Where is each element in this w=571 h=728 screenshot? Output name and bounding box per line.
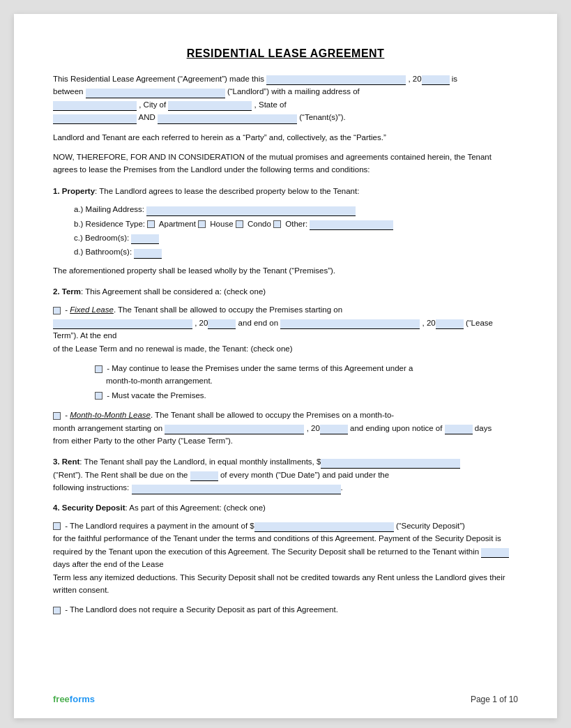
page-number: Page 1 of 10 [471,695,518,704]
document-title: RESIDENTIAL LEASE AGREEMENT [53,47,518,60]
security-deposit-checkbox[interactable] [53,522,61,530]
brand-forms: forms [70,694,95,704]
section1-a: a.) Mailing Address: [74,203,518,215]
section1-c: c.) Bedroom(s): [74,232,518,244]
intro-paragraph: This Residential Lease Agreement (“Agree… [53,73,518,124]
fixed-end-field[interactable] [280,319,420,329]
document-page: RESIDENTIAL LEASE AGREEMENT This Residen… [14,14,557,718]
tenant-name-field[interactable] [158,114,297,124]
intro-line1-mid: , 20 [408,75,421,83]
fixed-end-year[interactable] [436,319,464,329]
apartment-checkbox[interactable] [147,220,155,228]
section1: 1. Property: The Landlord agrees to leas… [53,185,518,197]
section1-footer: The aforementioned property shall be lea… [53,264,518,277]
section4-option1: - The Landlord requires a payment in the… [53,520,518,596]
section1-b: b.) Residence Type: Apartment House Cond… [74,218,518,230]
parties-paragraph: Landlord and Tenant are each referred to… [53,131,518,144]
intro-line3-post: , State of [254,100,287,109]
year-field[interactable] [422,75,450,85]
month-lease-checkbox[interactable] [53,412,61,420]
fixed-lease-checkbox[interactable] [53,307,61,314]
intro-line1-pre: This Residential Lease Agreement (“Agree… [53,75,264,83]
other-type-field[interactable] [310,220,393,230]
due-date-field[interactable] [190,471,218,481]
month-start-field[interactable] [165,425,304,434]
consideration-paragraph: NOW, THEREFORE, FOR AND IN CONSIDERATION… [53,151,518,176]
intro-line4-and: AND [139,113,155,121]
date-field[interactable] [266,75,406,85]
intro-line1-post: is [452,75,457,83]
fixed-lease-option: - Fixed Lease. The Tenant shall be allow… [53,303,518,355]
month-start-year[interactable] [320,425,348,434]
section4-heading: 4. Security Deposit: As part of this Agr… [53,501,518,514]
notice-days-field[interactable] [445,425,473,434]
intro-line2-pre: between [53,87,83,96]
no-security-deposit-checkbox[interactable] [53,607,61,614]
fixed-lease-suboptions: - May continue to lease the Premises und… [95,362,518,402]
section3: 3. Rent: The Tenant shall pay the Landlo… [53,455,518,494]
fixed-option1: - May continue to lease the Premises und… [95,362,518,388]
city-field[interactable] [168,101,252,111]
bedrooms-field[interactable] [131,234,159,244]
continue-lease-checkbox[interactable] [95,365,102,373]
intro-line3-mid: , City of [139,100,166,109]
intro-line4-post: (“Tenant(s)”). [299,113,345,121]
fixed-start-field[interactable] [53,319,192,329]
address-field[interactable] [53,101,137,111]
mailing-address-field[interactable] [146,206,356,216]
house-checkbox[interactable] [198,220,206,228]
brand: freeforms [53,694,95,704]
security-deposit-amount[interactable] [254,522,394,532]
other-checkbox[interactable] [273,220,281,228]
section1-items: a.) Mailing Address: b.) Residence Type:… [74,203,518,259]
section2-heading: 2. Term: This Agreement shall be conside… [53,285,518,298]
state-line-field[interactable] [53,114,137,124]
rent-amount-field[interactable] [321,459,460,469]
document-footer: freeforms Page 1 of 10 [53,694,518,704]
section1-d: d.) Bathroom(s): [74,245,518,258]
condo-checkbox[interactable] [236,220,243,228]
fixed-option2: - Must vacate the Premises. [95,389,518,402]
return-days-field[interactable] [481,548,509,558]
brand-free: free [53,694,70,704]
intro-line2-mid: (“Landlord”) with a mailing address of [227,87,360,96]
bathrooms-field[interactable] [134,249,162,259]
section4-option2: - The Landlord does not require a Securi… [53,603,518,616]
month-lease-option: - Month-to-Month Lease. The Tenant shall… [53,409,518,447]
payment-instructions-field[interactable] [132,485,341,494]
vacate-checkbox[interactable] [95,392,102,400]
landlord-name-field[interactable] [86,89,225,98]
fixed-start-year[interactable] [208,319,236,329]
